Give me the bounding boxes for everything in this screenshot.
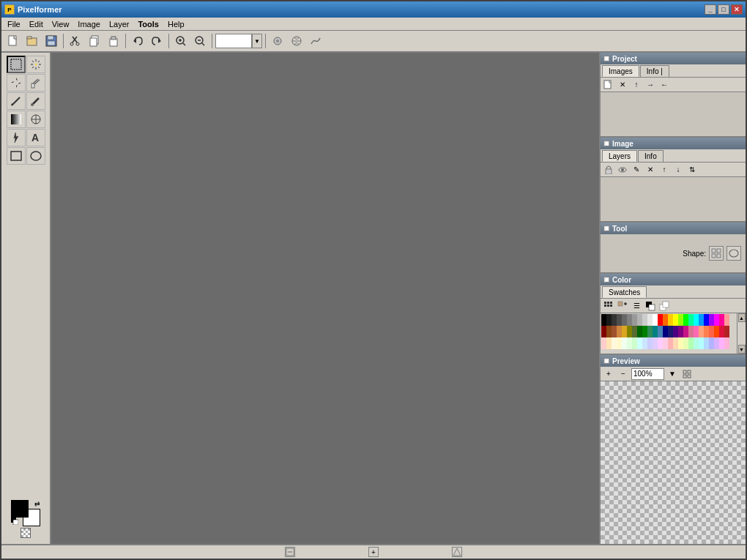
status-icon-2[interactable]: +	[368, 547, 379, 557]
color-swatch[interactable]	[642, 314, 647, 326]
ellipse-shape-tool[interactable]	[26, 147, 45, 165]
color-swatch[interactable]	[694, 314, 699, 326]
transparent-color[interactable]	[21, 528, 31, 538]
color-swatch[interactable]	[637, 337, 642, 349]
copy-button[interactable]	[86, 33, 103, 49]
color-swatch[interactable]	[694, 337, 699, 349]
zoom-combo-dropdown[interactable]: ▼	[252, 34, 262, 48]
layer-visibility-btn[interactable]	[616, 164, 629, 176]
color-swatch[interactable]	[678, 314, 683, 326]
paste-button[interactable]	[105, 33, 122, 49]
shape-ellipse-btn[interactable]	[726, 246, 741, 261]
menu-tools[interactable]: Tools	[133, 19, 163, 29]
swatches-add-btn[interactable]	[616, 300, 629, 312]
color-swatch[interactable]	[719, 337, 724, 349]
menu-help[interactable]: Help	[163, 19, 189, 29]
color-swatch[interactable]	[704, 314, 709, 326]
save-button[interactable]	[42, 33, 60, 49]
color-swatch[interactable]	[653, 326, 658, 337]
new-button[interactable]	[4, 33, 22, 49]
color-swatch[interactable]	[606, 314, 612, 326]
color-swatch[interactable]	[653, 337, 658, 349]
shape-grid-btn[interactable]	[709, 246, 724, 261]
color-swatch[interactable]	[663, 314, 668, 326]
color-swatch[interactable]	[612, 326, 617, 337]
color-swatch[interactable]	[688, 314, 694, 326]
status-icon-1[interactable]	[285, 547, 295, 557]
layer-merge-btn[interactable]: ⇅	[685, 164, 699, 176]
color-swatch[interactable]	[678, 337, 683, 349]
pencil-tool[interactable]	[7, 92, 26, 110]
menu-image[interactable]: Image	[73, 19, 105, 29]
menu-layer[interactable]: Layer	[105, 19, 134, 29]
color-swatch[interactable]	[606, 337, 612, 349]
color-swatch[interactable]	[724, 314, 729, 326]
preview-zoom-dropdown[interactable]: ▼	[666, 368, 679, 380]
color-swatch[interactable]	[622, 314, 627, 326]
color-swatch[interactable]	[709, 314, 714, 326]
color-swatch[interactable]	[601, 314, 606, 326]
color-swatch[interactable]	[642, 326, 647, 337]
color-swatch[interactable]	[673, 314, 678, 326]
color-swatch[interactable]	[668, 337, 673, 349]
color-swatch[interactable]	[678, 326, 683, 337]
color-swatch[interactable]	[617, 337, 622, 349]
color-swatch[interactable]	[724, 337, 729, 349]
color-swatch[interactable]	[714, 314, 719, 326]
close-button[interactable]: ✕	[731, 4, 743, 15]
color-swatch[interactable]	[699, 326, 704, 337]
color-swatch[interactable]	[699, 337, 704, 349]
gradient-tool[interactable]	[7, 111, 26, 128]
reset-colors-icon[interactable]	[11, 518, 18, 526]
preview-zoom-out-btn[interactable]: −	[617, 368, 630, 380]
color-swatch[interactable]	[632, 326, 637, 337]
preview-fit-btn[interactable]	[680, 368, 694, 380]
redo-button[interactable]	[148, 33, 166, 49]
color-swatch[interactable]	[683, 337, 688, 349]
color-swatch[interactable]	[668, 314, 673, 326]
color-swatch[interactable]	[622, 337, 627, 349]
color-swatch[interactable]	[709, 337, 714, 349]
color-swatch[interactable]	[673, 326, 678, 337]
color-swatch[interactable]	[683, 326, 688, 337]
color-swatch[interactable]	[637, 314, 642, 326]
color-swatch[interactable]	[699, 314, 704, 326]
color-swatch[interactable]	[601, 337, 606, 349]
color-swatch[interactable]	[627, 326, 632, 337]
magic-wand-tool[interactable]	[26, 56, 45, 73]
project-left-btn[interactable]: ←	[658, 79, 671, 91]
marquee-tool[interactable]	[7, 56, 26, 73]
tab-image-info[interactable]: Info	[638, 150, 664, 162]
effect3-button[interactable]	[307, 33, 324, 49]
color-swatch[interactable]	[704, 337, 709, 349]
color-swatch[interactable]	[724, 326, 729, 337]
color-swatch[interactable]	[647, 326, 653, 337]
color-swatch[interactable]	[612, 314, 617, 326]
color-swatch[interactable]	[683, 314, 688, 326]
color-swatch[interactable]	[617, 314, 622, 326]
color-swatch[interactable]	[653, 314, 658, 326]
open-button[interactable]	[23, 33, 41, 49]
color-swatch[interactable]	[668, 326, 673, 337]
color-swatch[interactable]	[612, 337, 617, 349]
color-swatch[interactable]	[658, 314, 663, 326]
color-swatch[interactable]	[673, 337, 678, 349]
menu-file[interactable]: File	[3, 19, 25, 29]
project-up-btn[interactable]: ↑	[630, 79, 643, 91]
color-swatch[interactable]	[627, 314, 632, 326]
color-swatch[interactable]	[606, 326, 612, 337]
move-tool[interactable]	[7, 74, 26, 92]
color-swatch[interactable]	[601, 326, 606, 337]
menu-view[interactable]: View	[48, 19, 74, 29]
swap-colors-icon[interactable]: ⇄	[34, 500, 40, 507]
cut-button[interactable]	[67, 33, 84, 49]
color-swatch[interactable]	[658, 326, 663, 337]
color-swatch[interactable]	[714, 326, 719, 337]
fill-tool[interactable]	[7, 129, 26, 146]
color-swatch[interactable]	[658, 337, 663, 349]
swatches-bg-btn[interactable]	[658, 300, 671, 312]
tab-swatches[interactable]: Swatches	[602, 286, 647, 298]
color-swatch[interactable]	[632, 314, 637, 326]
color-swatch[interactable]	[714, 337, 719, 349]
swatches-scroll-down[interactable]: ▼	[738, 345, 746, 354]
